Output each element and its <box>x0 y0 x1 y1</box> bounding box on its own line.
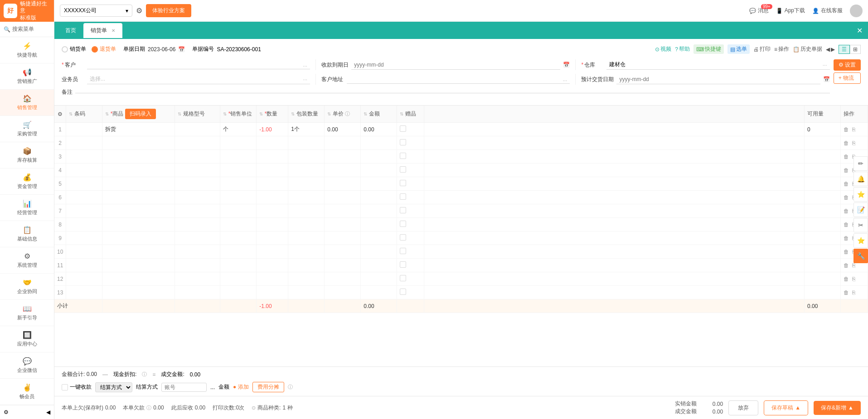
cell-unit-10[interactable] <box>220 245 257 259</box>
cell-gift-5[interactable] <box>397 177 424 191</box>
save-draft-btn[interactable]: 保存草稿 ▲ <box>764 400 808 415</box>
cell-amount-2[interactable] <box>361 136 397 150</box>
gift-checkbox-8[interactable] <box>400 221 406 227</box>
cell-gift-4[interactable] <box>397 164 424 177</box>
sidebar-item-inventory[interactable]: 📦库存核算 <box>0 142 54 169</box>
expense-btn[interactable]: 费用分摊 <box>252 382 284 392</box>
discount-info-icon[interactable]: ⓘ <box>142 371 147 378</box>
cell-spec-12[interactable] <box>175 272 220 286</box>
delete-icon-4[interactable]: 🗑 <box>844 167 849 173</box>
cell-qty-1[interactable]: -1.00 <box>257 123 288 136</box>
settings-icon[interactable]: ⚙ <box>136 6 142 15</box>
cell-unit-5[interactable] <box>220 177 257 191</box>
cell-barcode-12[interactable] <box>66 272 102 286</box>
cell-price-2[interactable] <box>325 136 361 150</box>
cell-gift-6[interactable] <box>397 191 424 204</box>
sidebar-item-system[interactable]: ⚙系统管理 <box>0 247 54 274</box>
cell-gift-11[interactable] <box>397 259 424 272</box>
cell-barcode-13[interactable] <box>66 286 102 299</box>
cell-unit-8[interactable] <box>220 218 257 231</box>
calendar-icon[interactable]: 📅 <box>178 46 185 53</box>
cell-barcode-6[interactable] <box>66 191 102 204</box>
delete-icon-1[interactable]: 🗑 <box>844 126 849 133</box>
delete-icon-9[interactable]: 🗑 <box>844 235 849 241</box>
sidebar-item-quick-nav[interactable]: ⚡快捷导航 <box>0 37 54 63</box>
sidebar-item-marketing[interactable]: 📢营销推广 <box>0 63 54 90</box>
cell-qty-2[interactable] <box>257 136 288 150</box>
cell-product-8[interactable] <box>102 218 175 231</box>
cell-price-10[interactable] <box>325 245 361 259</box>
cell-price-11[interactable] <box>325 259 361 272</box>
delete-icon-6[interactable]: 🗑 <box>844 194 849 201</box>
cell-price-8[interactable] <box>325 218 361 231</box>
cell-spec-9[interactable] <box>175 231 220 245</box>
template-btn[interactable]: ▤ 选单 <box>727 44 750 54</box>
cell-pkgqty-3[interactable] <box>288 150 325 164</box>
history-btn[interactable]: 📋 历史单据 <box>793 45 822 53</box>
app-download-btn[interactable]: 📱 App下载 <box>776 7 805 14</box>
cell-unit-12[interactable] <box>220 272 257 286</box>
cell-spec-5[interactable] <box>175 177 220 191</box>
customer-input[interactable]: ... <box>87 61 310 69</box>
cell-spec-13[interactable] <box>175 286 220 299</box>
cell-product-12[interactable] <box>102 272 175 286</box>
cell-amount-10[interactable] <box>361 245 397 259</box>
gift-checkbox-3[interactable] <box>400 153 406 159</box>
warehouse-input[interactable]: 建材仓 ... <box>606 60 829 70</box>
shortcut-btn[interactable]: ⌨ 快捷键 <box>693 44 724 54</box>
one-click-pay[interactable]: 一键收款 <box>62 383 92 391</box>
expense-help-icon[interactable]: ⓘ <box>288 384 293 390</box>
cell-qty-11[interactable] <box>257 259 288 272</box>
cell-qty-9[interactable] <box>257 231 288 245</box>
float-btn-6[interactable]: ⭐ <box>853 233 868 248</box>
cell-product-9[interactable] <box>102 231 175 245</box>
cell-gift-2[interactable] <box>397 136 424 150</box>
cell-amount-12[interactable] <box>361 272 397 286</box>
gift-checkbox-1[interactable] <box>400 125 406 132</box>
cell-unit-4[interactable] <box>220 164 257 177</box>
account-input[interactable] <box>161 383 207 392</box>
cell-amount-4[interactable] <box>361 164 397 177</box>
float-btn-1[interactable]: ✏ <box>853 156 868 171</box>
copy-icon-13[interactable]: ⎘ <box>852 289 855 296</box>
cell-price-9[interactable] <box>325 231 361 245</box>
delete-icon-5[interactable]: 🗑 <box>844 181 849 187</box>
cell-spec-3[interactable] <box>175 150 220 164</box>
cell-qty-6[interactable] <box>257 191 288 204</box>
customer-address-input[interactable]: ... <box>347 75 570 84</box>
cell-unit-7[interactable] <box>220 204 257 218</box>
cell-pkgqty-13[interactable] <box>288 286 325 299</box>
salesperson-input[interactable]: 选择... ... <box>87 74 310 84</box>
remark-input[interactable] <box>75 91 830 93</box>
float-btn-4[interactable]: 📝 <box>853 202 868 217</box>
cell-qty-13[interactable] <box>257 286 288 299</box>
cell-amount-7[interactable] <box>361 204 397 218</box>
cell-barcode-10[interactable] <box>66 245 102 259</box>
sidebar-item-base[interactable]: 📋基础信息 <box>0 221 54 247</box>
cell-pkgqty-11[interactable] <box>288 259 325 272</box>
cell-product-10[interactable] <box>102 245 175 259</box>
float-btn-7[interactable]: 🔧 <box>853 249 868 263</box>
cell-spec-10[interactable] <box>175 245 220 259</box>
gift-checkbox-5[interactable] <box>400 180 406 186</box>
cell-pkgqty-10[interactable] <box>288 245 325 259</box>
sidebar-item-wechat[interactable]: 💬企业微信 <box>0 352 54 379</box>
cell-spec-6[interactable] <box>175 191 220 204</box>
cell-spec-1[interactable] <box>175 123 220 136</box>
delete-icon-13[interactable]: 🗑 <box>844 289 849 296</box>
cell-qty-12[interactable] <box>257 272 288 286</box>
cell-pkgqty-8[interactable] <box>288 218 325 231</box>
calendar-icon-2[interactable]: 📅 <box>563 62 570 68</box>
cell-gift-10[interactable] <box>397 245 424 259</box>
tabbar-close-btn[interactable]: ✕ <box>855 24 864 37</box>
online-service-btn[interactable]: 👤 在线客服 <box>812 7 843 14</box>
cell-pkgqty-5[interactable] <box>288 177 325 191</box>
radio-return[interactable]: 退货单 <box>92 45 116 53</box>
delete-icon-12[interactable]: 🗑 <box>844 276 849 282</box>
save-new-btn[interactable]: 保存&新增 ▲ <box>814 401 861 415</box>
cell-product-3[interactable] <box>102 150 175 164</box>
cell-gift-13[interactable] <box>397 286 424 299</box>
cell-amount-8[interactable] <box>361 218 397 231</box>
copy-icon-11[interactable]: ⎘ <box>852 262 855 269</box>
float-btn-2[interactable]: 🔔 <box>853 172 868 186</box>
